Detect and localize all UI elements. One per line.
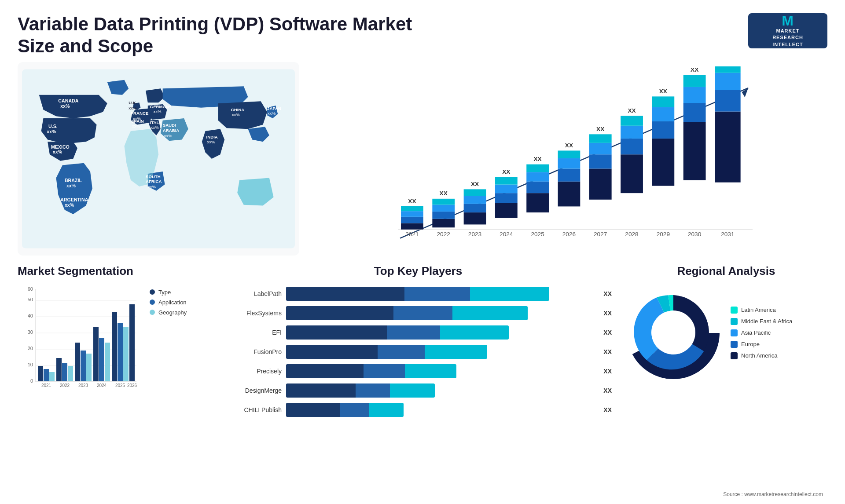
svg-rect-79 bbox=[81, 351, 86, 381]
application-label: Application bbox=[158, 299, 187, 306]
japan-sub: xx% bbox=[268, 111, 276, 116]
china-region bbox=[218, 101, 267, 129]
player-name-labelpath: LabelPath bbox=[224, 290, 282, 297]
player-name-chilipublish: CHILI Publish bbox=[224, 406, 282, 413]
italy-label: ITALY bbox=[150, 120, 162, 124]
bar-2025: XX bbox=[526, 156, 549, 212]
svg-text:2022: 2022 bbox=[60, 383, 70, 388]
player-name-precisely: Precisely bbox=[224, 368, 282, 375]
player-bar-fusionpro bbox=[286, 345, 595, 359]
year-2026: 2026 bbox=[562, 231, 576, 237]
china-sub: xx% bbox=[232, 112, 240, 117]
svg-rect-9 bbox=[432, 199, 455, 205]
year-2028: 2028 bbox=[625, 231, 638, 237]
legend-mea: Middle East & Africa bbox=[731, 318, 792, 325]
player-xx-designmerge: XX bbox=[603, 387, 612, 394]
svg-rect-84 bbox=[105, 343, 110, 381]
player-xx-efi: XX bbox=[603, 329, 612, 336]
players-section: Top Key Players LabelPath XX FlexSystems bbox=[224, 264, 612, 422]
player-xx-flexsystems: XX bbox=[603, 310, 612, 317]
svg-rect-39 bbox=[621, 116, 643, 125]
svg-rect-47 bbox=[683, 103, 706, 122]
canada-label: CANADA bbox=[58, 98, 78, 103]
seg-legend-geography: Geography bbox=[150, 309, 187, 316]
svg-rect-16 bbox=[495, 203, 518, 218]
mexico-sub: xx% bbox=[53, 149, 62, 154]
svg-rect-27 bbox=[558, 168, 580, 181]
brazil-sub: xx% bbox=[66, 183, 76, 188]
svg-text:2021: 2021 bbox=[41, 383, 51, 388]
regional-legend: Latin America Middle East & Africa Asia … bbox=[731, 307, 792, 359]
year-2021: 2021 bbox=[405, 231, 419, 237]
svg-rect-37 bbox=[621, 139, 643, 154]
logo-box: M MARKET RESEARCH INTELLECT bbox=[748, 13, 827, 48]
svg-rect-18 bbox=[495, 184, 518, 193]
player-row-chilipublish: CHILI Publish XX bbox=[224, 403, 612, 417]
svg-rect-4 bbox=[401, 206, 423, 211]
svg-rect-12 bbox=[464, 204, 486, 212]
legend-north-america: North America bbox=[731, 352, 792, 359]
donut-svg-proper bbox=[625, 284, 722, 381]
svg-rect-51 bbox=[715, 111, 741, 182]
svg-rect-75 bbox=[62, 363, 67, 381]
na-color bbox=[731, 352, 738, 359]
svg-rect-17 bbox=[495, 193, 518, 203]
svg-rect-54 bbox=[715, 66, 741, 73]
player-row-labelpath: LabelPath XX bbox=[224, 287, 612, 301]
svg-rect-11 bbox=[464, 212, 486, 224]
safrica-sub: xx% bbox=[148, 184, 156, 189]
players-title: Top Key Players bbox=[224, 264, 612, 278]
svg-text:2026: 2026 bbox=[127, 383, 137, 388]
player-xx-precisely: XX bbox=[603, 368, 612, 375]
player-row-flexsystems: FlexSystems XX bbox=[224, 306, 612, 320]
donut-chart bbox=[625, 285, 722, 381]
bar-2024: XX bbox=[495, 168, 518, 218]
bar-2022: XX bbox=[432, 190, 455, 227]
svg-rect-80 bbox=[86, 354, 92, 381]
italy-sub: xx% bbox=[151, 125, 159, 130]
year-2029: 2029 bbox=[657, 231, 670, 237]
bar-2023: XX bbox=[464, 180, 486, 224]
spain-sub: xx% bbox=[132, 124, 140, 128]
year-2024: 2024 bbox=[500, 231, 513, 237]
india-label: INDIA bbox=[206, 134, 218, 139]
regional-section: Regional Analysis bbox=[625, 264, 827, 422]
svg-rect-2 bbox=[401, 217, 423, 223]
svg-rect-49 bbox=[683, 75, 706, 87]
source-text: Source : www.marketresearchintellect.com bbox=[723, 491, 823, 497]
svg-rect-86 bbox=[112, 312, 117, 381]
svg-rect-31 bbox=[589, 168, 612, 199]
svg-text:XX: XX bbox=[659, 88, 667, 94]
svg-text:XX: XX bbox=[628, 107, 636, 113]
svg-text:30: 30 bbox=[28, 329, 33, 335]
svg-rect-22 bbox=[526, 182, 549, 193]
svg-text:0: 0 bbox=[30, 378, 33, 383]
svg-rect-28 bbox=[558, 158, 580, 168]
svg-text:10: 10 bbox=[28, 362, 33, 367]
ap-color bbox=[731, 329, 738, 336]
growth-chart-section: XX XX XX bbox=[308, 62, 827, 256]
legend-latin-america: Latin America bbox=[731, 307, 792, 314]
spain-label: SPAIN bbox=[131, 118, 144, 123]
uk-sub: xx% bbox=[129, 105, 137, 110]
year-2031: 2031 bbox=[721, 231, 734, 237]
argentina-sub: xx% bbox=[65, 202, 74, 207]
safrica-label: SOUTH bbox=[146, 174, 161, 179]
svg-text:XX: XX bbox=[471, 180, 479, 187]
svg-rect-21 bbox=[526, 193, 549, 212]
svg-rect-14 bbox=[464, 189, 486, 196]
player-name-efi: EFI bbox=[224, 329, 282, 336]
svg-rect-43 bbox=[652, 107, 674, 121]
bar-2026: XX bbox=[558, 142, 580, 206]
india-sub: xx% bbox=[207, 139, 215, 144]
svg-rect-71 bbox=[44, 369, 49, 381]
svg-rect-29 bbox=[558, 150, 580, 158]
year-2027: 2027 bbox=[594, 231, 607, 237]
svg-text:20: 20 bbox=[28, 346, 33, 351]
china-label: CHINA bbox=[231, 107, 245, 112]
bar-2031: XX bbox=[715, 66, 741, 183]
player-bar-efi bbox=[286, 325, 595, 340]
us-sub: xx% bbox=[47, 129, 56, 134]
player-bar-flexsystems bbox=[286, 306, 595, 320]
bar-2029: XX bbox=[652, 88, 674, 186]
